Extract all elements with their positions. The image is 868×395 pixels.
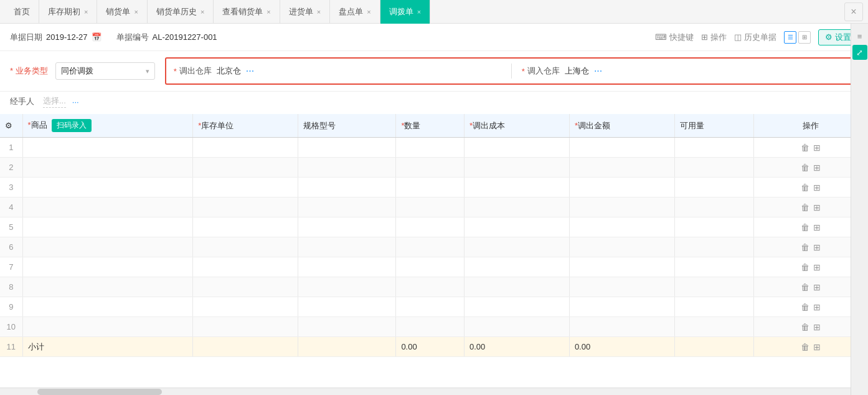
amount-cell[interactable] bbox=[569, 158, 674, 178]
product-cell[interactable] bbox=[22, 297, 193, 317]
close-purchase-order[interactable]: × bbox=[317, 8, 321, 16]
row-delete-icon[interactable]: 🗑 bbox=[801, 322, 809, 332]
spec-cell[interactable] bbox=[298, 317, 396, 337]
row-delete-icon[interactable]: 🗑 bbox=[801, 222, 809, 232]
transfer-out-more-button[interactable]: ··· bbox=[246, 65, 254, 77]
unit-cell[interactable] bbox=[193, 178, 298, 198]
unit-cell[interactable] bbox=[193, 198, 298, 217]
product-cell[interactable] bbox=[22, 277, 193, 297]
qty-cell[interactable] bbox=[396, 257, 465, 277]
row-copy-icon[interactable]: ⊞ bbox=[813, 282, 821, 292]
unit-cell[interactable] bbox=[193, 317, 298, 337]
row-copy-icon[interactable]: ⊞ bbox=[813, 183, 821, 193]
spec-cell[interactable] bbox=[298, 178, 396, 198]
available-cell[interactable] bbox=[674, 138, 754, 158]
biz-type-select[interactable]: 同价调拨 ▾ bbox=[55, 62, 155, 80]
spec-cell[interactable] bbox=[298, 257, 396, 277]
product-cell[interactable] bbox=[22, 257, 193, 277]
row-delete-icon[interactable]: 🗑 bbox=[801, 143, 809, 153]
cost-cell[interactable] bbox=[464, 317, 569, 337]
tab-inventory-init[interactable]: 库存期初 × bbox=[39, 0, 97, 24]
qty-cell[interactable] bbox=[396, 217, 465, 237]
unit-cell[interactable] bbox=[193, 158, 298, 178]
tab-home[interactable]: 首页 bbox=[5, 0, 39, 24]
amount-cell[interactable] bbox=[569, 217, 674, 237]
operations-button[interactable]: ⊞ 操作 bbox=[701, 32, 727, 43]
list-view-button[interactable]: ☰ bbox=[784, 31, 796, 44]
unit-cell[interactable] bbox=[193, 217, 298, 237]
cost-cell[interactable] bbox=[464, 237, 569, 257]
amount-cell[interactable] bbox=[569, 277, 674, 297]
spec-cell[interactable] bbox=[298, 198, 396, 217]
row-delete-icon[interactable]: 🗑 bbox=[801, 202, 809, 212]
qty-cell[interactable] bbox=[396, 277, 465, 297]
spec-cell[interactable] bbox=[298, 297, 396, 317]
tab-sales-history[interactable]: 销货单历史 × bbox=[148, 0, 214, 24]
shortcuts-button[interactable]: ⌨ 快捷键 bbox=[655, 32, 694, 43]
cost-cell[interactable] bbox=[464, 297, 569, 317]
available-cell[interactable] bbox=[674, 178, 754, 198]
qty-cell[interactable] bbox=[396, 138, 465, 158]
row-delete-icon[interactable]: 🗑 bbox=[801, 302, 809, 312]
calendar-icon[interactable]: 📅 bbox=[92, 32, 101, 42]
product-cell[interactable] bbox=[22, 198, 193, 217]
tab-view-sales[interactable]: 查看销货单 × bbox=[214, 0, 280, 24]
close-inventory-check[interactable]: × bbox=[367, 8, 370, 16]
transfer-in-more-button[interactable]: ··· bbox=[594, 65, 602, 77]
cost-cell[interactable] bbox=[464, 158, 569, 178]
amount-cell[interactable] bbox=[569, 257, 674, 277]
col-gear[interactable]: ⚙ bbox=[0, 114, 22, 138]
product-cell[interactable] bbox=[22, 178, 193, 198]
tab-inventory-check[interactable]: 盘点单 × bbox=[330, 0, 380, 24]
person-select[interactable]: 选择... bbox=[43, 95, 66, 108]
product-cell[interactable] bbox=[22, 217, 193, 237]
spec-cell[interactable] bbox=[298, 158, 396, 178]
available-cell[interactable] bbox=[674, 317, 754, 337]
person-more-button[interactable]: ··· bbox=[72, 97, 79, 107]
spec-cell[interactable] bbox=[298, 277, 396, 297]
amount-cell[interactable] bbox=[569, 237, 674, 257]
history-button[interactable]: ◫ 历史单据 bbox=[734, 32, 776, 43]
tab-transfer-order[interactable]: 调拨单 × bbox=[380, 0, 430, 24]
product-cell[interactable] bbox=[22, 158, 193, 178]
row-delete-icon[interactable]: 🗑 bbox=[801, 282, 809, 292]
row-delete-icon[interactable]: 🗑 bbox=[801, 262, 809, 272]
close-sales-order[interactable]: × bbox=[134, 8, 138, 16]
row-delete-icon[interactable]: 🗑 bbox=[801, 342, 809, 352]
tab-sales-order[interactable]: 销货单 × bbox=[97, 0, 147, 24]
close-view-sales[interactable]: × bbox=[267, 8, 270, 16]
scroll-bar[interactable] bbox=[0, 388, 868, 395]
product-cell[interactable] bbox=[22, 237, 193, 257]
scan-button[interactable]: 扫码录入 bbox=[52, 119, 92, 132]
qty-cell[interactable] bbox=[396, 198, 465, 217]
unit-cell[interactable] bbox=[193, 237, 298, 257]
product-cell[interactable] bbox=[22, 138, 193, 158]
row-copy-icon[interactable]: ⊞ bbox=[813, 143, 821, 153]
spec-cell[interactable] bbox=[298, 217, 396, 237]
row-copy-icon[interactable]: ⊞ bbox=[813, 322, 821, 332]
available-cell[interactable] bbox=[674, 158, 754, 178]
amount-cell[interactable] bbox=[569, 178, 674, 198]
qty-cell[interactable] bbox=[396, 237, 465, 257]
qty-cell[interactable] bbox=[396, 317, 465, 337]
row-copy-icon[interactable]: ⊞ bbox=[813, 202, 821, 212]
product-cell[interactable] bbox=[22, 317, 193, 337]
available-cell[interactable] bbox=[674, 198, 754, 217]
cost-cell[interactable] bbox=[464, 257, 569, 277]
cost-cell[interactable] bbox=[464, 277, 569, 297]
grid-view-button[interactable]: ⊞ bbox=[798, 31, 811, 44]
sidebar-list-icon[interactable]: ≡ bbox=[852, 29, 867, 44]
close-inventory-init[interactable]: × bbox=[84, 8, 88, 16]
row-copy-icon[interactable]: ⊞ bbox=[813, 222, 821, 232]
qty-cell[interactable] bbox=[396, 297, 465, 317]
unit-cell[interactable] bbox=[193, 277, 298, 297]
amount-cell[interactable] bbox=[569, 297, 674, 317]
spec-cell[interactable] bbox=[298, 138, 396, 158]
close-sales-history[interactable]: × bbox=[200, 8, 204, 16]
unit-cell[interactable] bbox=[193, 138, 298, 158]
unit-cell[interactable] bbox=[193, 297, 298, 317]
row-copy-icon[interactable]: ⊞ bbox=[813, 262, 821, 272]
row-delete-icon[interactable]: 🗑 bbox=[801, 242, 809, 252]
unit-cell[interactable] bbox=[193, 257, 298, 277]
cost-cell[interactable] bbox=[464, 138, 569, 158]
